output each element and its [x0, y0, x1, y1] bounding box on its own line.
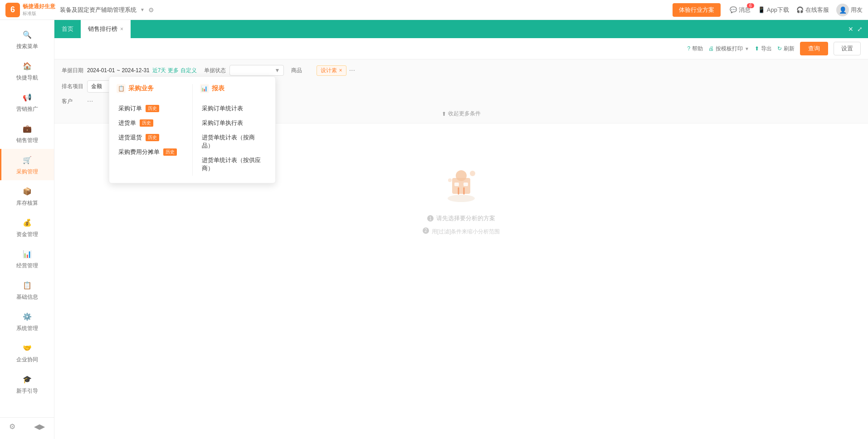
system-title-text: 装备及固定资产辅助管理系统 — [60, 6, 137, 14]
sidebar-item-system[interactable]: ⚙️ 系统管理 — [0, 306, 54, 337]
report-section-label: 报表 — [212, 84, 224, 93]
menu-item-inbound-stat-supplier[interactable]: 进货单统计表（按供应商） — [200, 153, 268, 176]
finance-icon: 💰 — [21, 216, 34, 229]
menu-item-inbound-stat-goods[interactable]: 进货单统计表（按商品） — [200, 130, 268, 153]
menu-item-order-exec[interactable]: 采购订单执行表 — [200, 116, 268, 130]
top-header: 6 畅捷通好生意 标准版 装备及固定资产辅助管理系统 ▼ ⚙ 体验行业方案 💬 … — [0, 0, 868, 20]
user-area[interactable]: 👤 用友 — [836, 4, 863, 16]
tab-home[interactable]: 首页 — [54, 20, 81, 38]
sidebar-item-finance[interactable]: 💰 资金管理 — [0, 212, 54, 243]
sidebar-label-purchase: 采购管理 — [16, 168, 38, 176]
svg-point-4 — [456, 170, 467, 181]
sidebar-label-finance: 资金管理 — [16, 231, 38, 238]
tab-sales-rank[interactable]: 销售排行榜 × — [81, 20, 131, 38]
sidebar-item-newbie[interactable]: 🎓 新手引导 — [0, 368, 54, 400]
sidebar-item-operation[interactable]: 📊 经营管理 — [0, 243, 54, 274]
message-button[interactable]: 💬 消息 6 — [730, 6, 751, 14]
sidebar-item-purchase[interactable]: 🛒 采购管理 — [0, 149, 54, 180]
sidebar-item-enterprise[interactable]: 🤝 企业协同 — [0, 337, 54, 368]
user-avatar: 👤 — [836, 4, 849, 16]
sidebar-item-marketing[interactable]: 📢 营销推广 — [0, 86, 54, 118]
app-download-button[interactable]: 📱 App下载 — [758, 6, 789, 14]
menu-item-return[interactable]: 进货退货 历史 — [117, 130, 185, 145]
purchase-icon: 🛒 — [21, 153, 34, 166]
tab-minimize-icon[interactable]: ✕ — [848, 25, 853, 33]
phone-icon: 📱 — [758, 6, 765, 13]
return-tag: 历史 — [146, 134, 159, 141]
page-toolbar: ? 帮助 🖨 按模板打印 ▼ ⬆ 导出 ↻ 刷新 查询 设置 — [54, 38, 868, 59]
operation-icon: 📊 — [21, 247, 34, 260]
user-name: 用友 — [851, 6, 863, 14]
goods-tag-close[interactable]: × — [339, 67, 342, 74]
date-7days[interactable]: 近7天 — [152, 67, 166, 74]
logo-sub: 标准版 — [23, 10, 55, 16]
menu-item-expense[interactable]: 采购费用分摊单 历史 — [117, 145, 185, 159]
sidebar-item-sales[interactable]: 💼 销售管理 — [0, 118, 54, 149]
inbound-stat-supplier-label: 进货单统计表（按供应商） — [202, 156, 267, 173]
gear-icon[interactable]: ⚙ — [148, 6, 154, 14]
sidebar-item-quick[interactable]: 🏠 快捷导航 — [0, 55, 54, 86]
sidebar-item-search[interactable]: 🔍 搜索菜单 — [0, 24, 54, 55]
tab-right-icons: ✕ ⤢ — [848, 25, 868, 33]
tab-close-icon[interactable]: × — [120, 26, 123, 32]
customer-dots[interactable]: ··· — [87, 97, 93, 105]
purchase-order-label: 采购订单 — [118, 104, 142, 113]
inbound-stat-goods-label: 进货单统计表（按商品） — [202, 133, 267, 150]
marketing-icon: 📢 — [21, 91, 34, 104]
date-custom[interactable]: 自定义 — [180, 67, 197, 74]
sidebar-item-basic[interactable]: 📋 基础信息 — [0, 274, 54, 306]
sidebar-item-inventory[interactable]: 📦 库存核算 — [0, 180, 54, 212]
goods-dots[interactable]: ··· — [349, 66, 355, 74]
sidebar-label-marketing: 营销推广 — [16, 105, 38, 113]
online-service-button[interactable]: 🎧 在线客服 — [796, 6, 829, 14]
settings-bottom-icon[interactable]: ⚙ — [9, 422, 15, 431]
refresh-icon: ↻ — [777, 45, 782, 52]
status-select[interactable]: ▼ — [229, 65, 284, 76]
date-more[interactable]: 更多 — [168, 67, 179, 74]
export-button[interactable]: ⬆ 导出 — [755, 45, 772, 53]
date-end-value: 2024-12-31 — [122, 67, 149, 74]
filter-customer: 客户 ··· — [62, 97, 93, 105]
logo-icon: 6 — [5, 3, 20, 17]
customer-label: 客户 — [62, 98, 84, 105]
newbie-icon: 🎓 — [21, 373, 34, 385]
print-button[interactable]: 🖨 按模板打印 ▼ — [708, 45, 749, 53]
empty-illustration — [439, 160, 484, 205]
sidebar-bottom: ⚙ ◀▶ — [0, 417, 54, 435]
empty-num1: 1 — [427, 215, 434, 222]
industry-button[interactable]: 体验行业方案 — [673, 3, 721, 17]
filter-date: 单据日期 2024-01-01 ~ 2024-12-31 近7天 更多 自定义 — [62, 67, 197, 74]
system-icon: ⚙️ — [21, 310, 34, 323]
svg-point-0 — [448, 195, 475, 202]
purchase-section-icon: 📋 — [117, 84, 126, 93]
date-separator: ~ — [117, 67, 120, 74]
query-button[interactable]: 查询 — [800, 42, 828, 55]
refresh-button[interactable]: ↻ 刷新 — [777, 45, 795, 53]
settings-button[interactable]: 设置 — [834, 42, 861, 55]
basic-icon: 📋 — [21, 279, 34, 291]
rank-value: 金额 — [91, 83, 102, 90]
title-dropdown-arrow[interactable]: ▼ — [140, 7, 145, 12]
svg-rect-2 — [454, 183, 459, 186]
sidebar-label-system: 系统管理 — [16, 325, 38, 332]
purchase-order-tag: 历史 — [146, 105, 159, 112]
order-stat-label: 采购订单统计表 — [202, 104, 243, 113]
message-icon: 💬 — [730, 6, 737, 13]
menu-item-order-stat[interactable]: 采购订单统计表 — [200, 101, 268, 116]
menu-item-inbound[interactable]: 进货单 历史 — [117, 116, 185, 130]
tab-expand-icon[interactable]: ⤢ — [857, 25, 863, 33]
menu-item-purchase-order[interactable]: 采购订单 历史 — [117, 101, 185, 116]
help-button[interactable]: ? 帮助 — [687, 45, 703, 53]
sidebar-label-operation: 经营管理 — [16, 262, 38, 270]
print-dropdown-arrow[interactable]: ▼ — [745, 46, 749, 51]
export-label: 导出 — [761, 45, 772, 53]
empty-hint2: 用[过滤]条件来缩小分析范围 — [432, 228, 500, 236]
filter-goods: 商品 设计素 × ··· — [291, 65, 355, 76]
svg-rect-3 — [463, 183, 468, 186]
system-title: 装备及固定资产辅助管理系统 ▼ ⚙ — [60, 6, 673, 14]
filter-status: 单据状态 ▼ — [204, 65, 284, 76]
message-badge: 6 — [747, 3, 754, 8]
collapse-sidebar-icon[interactable]: ◀▶ — [34, 422, 45, 431]
empty-text-line2: 2 用[过滤]条件来缩小分析范围 — [423, 225, 500, 236]
return-label: 进货退货 — [118, 133, 142, 142]
